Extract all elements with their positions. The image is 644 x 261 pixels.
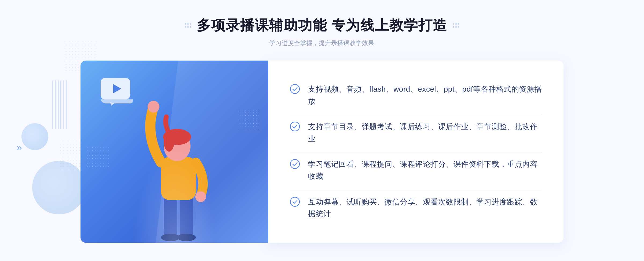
check-icon-4 [290,197,300,207]
person-illustration [80,61,268,243]
check-icon-3 [290,159,300,169]
header-section: 多项录播课辅助功能 专为线上教学打造 学习进度全掌握，提升录播课教学效果 [185,16,459,47]
hdot [185,23,186,25]
title-row: 多项录播课辅助功能 专为线上教学打造 [185,16,459,35]
svg-point-17 [290,197,299,206]
svg-rect-8 [161,157,196,200]
main-content: 支持视频、音频、flash、word、excel、ppt、pdf等各种格式的资源… [80,61,564,243]
svg-rect-5 [180,195,193,237]
header-dots-left [185,23,191,28]
hdot [455,23,457,25]
feature-text-4: 互动弹幕、试听购买、微信分享、观看次数限制、学习进度跟踪、数据统计 [308,196,542,220]
hdot [458,23,459,25]
feature-item-3: 学习笔记回看、课程提问、课程评论打分、课件资料下载，重点内容收藏 [290,152,542,188]
features-panel: 支持视频、音频、flash、word、excel、ppt、pdf等各种格式的资源… [268,61,564,243]
hdot [187,26,189,28]
svg-rect-4 [164,195,177,237]
svg-point-16 [290,159,299,169]
feature-text-1: 支持视频、音频、flash、word、excel、ppt、pdf等各种格式的资源… [308,83,542,107]
decorative-lines-strip [52,80,68,129]
svg-point-12 [148,101,159,113]
hdot [453,23,454,25]
page-title: 多项录播课辅助功能 专为线上教学打造 [197,16,447,35]
feature-item-4: 互动弹幕、试听购买、微信分享、观看次数限制、学习进度跟踪、数据统计 [290,190,542,226]
svg-point-15 [290,122,299,131]
hdot [187,23,189,25]
page-subtitle: 学习进度全掌握，提升录播课教学效果 [185,39,459,47]
decorative-chevron-left: » [17,142,22,153]
hdot [453,26,454,28]
page-container: » 多项录播课辅助功能 专为线上教学打造 [0,0,644,261]
hdot [458,26,459,28]
feature-text-3: 学习笔记回看、课程提问、课程评论打分、课件资料下载，重点内容收藏 [308,158,542,182]
svg-point-7 [177,234,196,241]
check-icon-2 [290,121,300,132]
illustration-panel [80,61,268,243]
hdot [190,23,191,25]
feature-item-1: 支持视频、音频、flash、word、excel、ppt、pdf等各种格式的资源… [290,77,542,113]
hdot [455,26,457,28]
svg-point-6 [161,234,180,241]
feature-item-2: 支持章节目录、弹题考试、课后练习、课后作业、章节测验、批改作业 [290,115,542,151]
decorative-circle-large [32,161,86,214]
feature-text-2: 支持章节目录、弹题考试、课后练习、课后作业、章节测验、批改作业 [308,121,542,145]
hdot [190,26,191,28]
check-icon-1 [290,84,300,94]
decorative-circle-small [21,123,48,150]
svg-point-14 [290,84,299,94]
hdot [185,26,186,28]
header-dots-right [453,23,459,28]
svg-point-13 [195,191,206,202]
